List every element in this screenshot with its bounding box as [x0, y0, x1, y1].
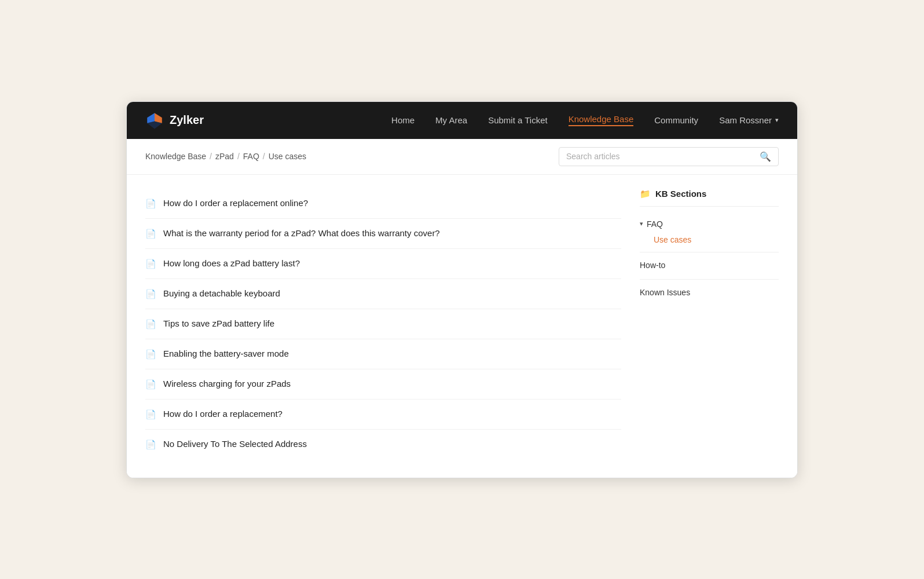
- article-title: Buying a detachable keyboard: [163, 288, 280, 298]
- logo-area[interactable]: Zylker: [145, 111, 204, 130]
- list-item[interactable]: 📄 How do I order a replacement online?: [145, 189, 621, 219]
- list-item[interactable]: 📄 What is the warranty period for a zPad…: [145, 219, 621, 249]
- article-title: How do I order a replacement?: [163, 409, 283, 419]
- document-icon: 📄: [145, 409, 156, 420]
- nav-community[interactable]: Community: [654, 115, 698, 125]
- breadcrumb-sep-1: /: [210, 152, 212, 161]
- search-box: 🔍: [559, 147, 779, 166]
- breadcrumb-bar: Knowledge Base / zPad / FAQ / Use cases …: [127, 139, 797, 175]
- logo-icon: [145, 111, 164, 130]
- document-icon: 📄: [145, 439, 156, 450]
- sidebar-section-known-issues: Known Issues: [640, 283, 779, 302]
- list-item[interactable]: 📄 How long does a zPad battery last?: [145, 249, 621, 279]
- search-input[interactable]: [566, 152, 760, 161]
- document-icon: 📄: [145, 289, 156, 299]
- known-issues-label[interactable]: Known Issues: [640, 283, 779, 302]
- navbar: Zylker Home My Area Submit a Ticket Know…: [127, 102, 797, 139]
- document-icon: 📄: [145, 379, 156, 390]
- browser-window: Zylker Home My Area Submit a Ticket Know…: [126, 101, 798, 478]
- breadcrumb-knowledge-base[interactable]: Knowledge Base: [145, 152, 206, 161]
- list-item[interactable]: 📄 Buying a detachable keyboard: [145, 279, 621, 309]
- nav-submit-ticket[interactable]: Submit a Ticket: [488, 115, 548, 125]
- sidebar-child-use-cases[interactable]: Use cases: [640, 232, 779, 247]
- list-item[interactable]: 📄 Wireless charging for your zPads: [145, 369, 621, 400]
- breadcrumb: Knowledge Base / zPad / FAQ / Use cases: [145, 152, 306, 161]
- main-content: 📄 How do I order a replacement online? 📄…: [127, 175, 797, 478]
- articles-list: 📄 How do I order a replacement online? 📄…: [145, 189, 621, 459]
- chevron-down-icon: ▾: [775, 116, 779, 124]
- article-title: How long does a zPad battery last?: [163, 258, 300, 268]
- logo-text: Zylker: [170, 113, 204, 127]
- sidebar-divider-1: [640, 252, 779, 252]
- chevron-down-icon: ▾: [640, 220, 643, 228]
- nav-links: Home My Area Submit a Ticket Knowledge B…: [391, 114, 698, 126]
- article-title: What is the warranty period for a zPad? …: [163, 228, 440, 238]
- sidebar: 📁 KB Sections ▾ FAQ Use cases How-to Kno…: [640, 189, 779, 459]
- list-item[interactable]: 📄 Tips to save zPad battery life: [145, 309, 621, 339]
- sidebar-section-faq: ▾ FAQ Use cases: [640, 216, 779, 247]
- list-item[interactable]: 📄 Enabling the battery-saver mode: [145, 339, 621, 369]
- document-icon: 📄: [145, 349, 156, 360]
- sidebar-divider-2: [640, 279, 779, 280]
- breadcrumb-sep-3: /: [263, 152, 265, 161]
- nav-knowledge-base[interactable]: Knowledge Base: [569, 114, 634, 126]
- folder-icon: 📁: [640, 189, 651, 199]
- breadcrumb-use-cases[interactable]: Use cases: [269, 152, 306, 161]
- list-item[interactable]: 📄 No Delivery To The Selected Address: [145, 430, 621, 459]
- how-to-label[interactable]: How-to: [640, 256, 779, 274]
- article-title: How do I order a replacement online?: [163, 198, 308, 208]
- document-icon: 📄: [145, 259, 156, 269]
- faq-section-toggle[interactable]: ▾ FAQ: [640, 216, 779, 232]
- nav-home[interactable]: Home: [391, 115, 415, 125]
- breadcrumb-zpad[interactable]: zPad: [215, 152, 234, 161]
- search-button[interactable]: 🔍: [760, 151, 771, 162]
- kb-sections-header: 📁 KB Sections: [640, 189, 779, 207]
- article-title: No Delivery To The Selected Address: [163, 439, 307, 449]
- document-icon: 📄: [145, 199, 156, 209]
- article-title: Wireless charging for your zPads: [163, 379, 291, 389]
- document-icon: 📄: [145, 319, 156, 329]
- article-title: Tips to save zPad battery life: [163, 318, 274, 328]
- kb-sections-title: KB Sections: [655, 189, 706, 199]
- sidebar-section-how-to: How-to: [640, 256, 779, 274]
- breadcrumb-sep-2: /: [237, 152, 240, 161]
- nav-my-area[interactable]: My Area: [435, 115, 467, 125]
- document-icon: 📄: [145, 229, 156, 239]
- breadcrumb-faq[interactable]: FAQ: [243, 152, 259, 161]
- article-title: Enabling the battery-saver mode: [163, 349, 289, 358]
- list-item[interactable]: 📄 How do I order a replacement?: [145, 400, 621, 430]
- user-name: Sam Rossner: [719, 115, 772, 125]
- faq-label: FAQ: [647, 219, 663, 229]
- user-menu[interactable]: Sam Rossner ▾: [719, 115, 779, 125]
